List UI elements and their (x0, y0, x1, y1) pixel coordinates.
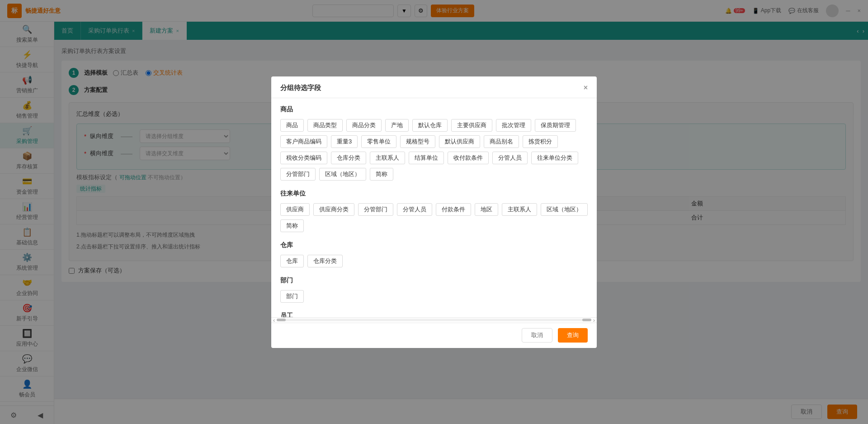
field-tag[interactable]: 税收分类编码 (280, 152, 327, 164)
field-tag[interactable]: 分管人员 (492, 152, 528, 164)
field-tag[interactable]: 付款条件 (436, 203, 471, 216)
field-tag[interactable]: 零售单位 (361, 135, 396, 148)
field-group-partner: 往来单位 供应商 供应商分类 分管部门 分管人员 付款条件 地区 主联系人 区域… (280, 190, 588, 232)
field-tag[interactable]: 往来单位分类 (531, 152, 578, 164)
field-tag[interactable]: 区域（地区） (541, 203, 588, 216)
modal-close-button[interactable]: × (584, 84, 588, 92)
field-tag[interactable]: 产地 (385, 119, 409, 132)
modal-cancel-button[interactable]: 取消 (522, 328, 552, 343)
field-tag[interactable]: 规格型号 (400, 135, 435, 148)
field-group-employee: 员工 业务员 (280, 312, 588, 317)
scroll-thumb-left (277, 319, 286, 321)
modal-title: 分组待选字段 (280, 84, 321, 92)
field-group-warehouse: 仓库 仓库 仓库分类 (280, 241, 588, 267)
field-tag[interactable]: 批次管理 (496, 119, 531, 132)
field-tag[interactable]: 供应商分类 (313, 203, 354, 216)
field-tag[interactable]: 商品分类 (346, 119, 382, 132)
field-tag[interactable]: 拣货积分 (523, 135, 558, 148)
modal-confirm-button[interactable]: 查询 (558, 328, 588, 343)
field-tags-product: 商品 商品类型 商品分类 产地 默认仓库 主要供应商 批次管理 保质期管理 客户… (280, 119, 588, 181)
field-tag[interactable]: 商品别名 (484, 135, 519, 148)
field-tag[interactable]: 主联系人 (370, 152, 405, 164)
field-tag[interactable]: 客户商品编码 (280, 135, 327, 148)
field-tag[interactable]: 默认仓库 (412, 119, 448, 132)
horizontal-scroll-track[interactable] (277, 319, 591, 321)
field-tag[interactable]: 仓库分类 (307, 255, 343, 267)
field-tag[interactable]: 简称 (370, 168, 393, 181)
field-tag[interactable]: 结算单位 (409, 152, 444, 164)
group-title-product: 商品 (280, 105, 588, 114)
field-tag[interactable]: 分管部门 (358, 203, 393, 216)
field-tags-department: 部门 (280, 290, 588, 303)
field-tag[interactable]: 供应商 (280, 203, 310, 216)
field-tags-warehouse: 仓库 仓库分类 (280, 255, 588, 267)
horizontal-scrollbar: ‹ › (271, 317, 597, 323)
field-tag[interactable]: 部门 (280, 290, 304, 303)
group-title-partner: 往来单位 (280, 190, 588, 198)
field-tag[interactable]: 主联系人 (502, 203, 537, 216)
field-tag[interactable]: 地区 (475, 203, 498, 216)
field-tag[interactable]: 主要供应商 (451, 119, 492, 132)
group-title-employee: 员工 (280, 312, 588, 317)
modal-body: 商品 商品 商品类型 商品分类 产地 默认仓库 主要供应商 批次管理 保质期管理… (271, 98, 597, 317)
field-tag[interactable]: 仓库 (280, 255, 304, 267)
modal-footer: 取消 查询 (271, 323, 597, 348)
field-group-department: 部门 部门 (280, 276, 588, 303)
modal-dialog: 分组待选字段 × 商品 商品 商品类型 商品分类 产地 默认仓库 主要供应商 批… (271, 76, 597, 348)
field-tag[interactable]: 默认供应商 (439, 135, 480, 148)
field-tag[interactable]: 仓库分类 (331, 152, 366, 164)
scroll-thumb-right (582, 319, 591, 321)
modal-header: 分组待选字段 × (271, 76, 597, 98)
field-tag[interactable]: 分管人员 (397, 203, 432, 216)
group-title-warehouse: 仓库 (280, 241, 588, 249)
field-tag[interactable]: 重量3 (331, 135, 358, 148)
field-tag[interactable]: 商品 (280, 119, 304, 132)
field-group-product: 商品 商品 商品类型 商品分类 产地 默认仓库 主要供应商 批次管理 保质期管理… (280, 105, 588, 181)
field-tag[interactable]: 保质期管理 (535, 119, 576, 132)
field-tag[interactable]: 收付款条件 (448, 152, 489, 164)
field-tag[interactable]: 商品类型 (307, 119, 343, 132)
field-tag[interactable]: 区域（地区） (319, 168, 366, 181)
field-tag[interactable]: 简称 (280, 219, 304, 232)
modal-overlay[interactable]: 分组待选字段 × 商品 商品 商品类型 商品分类 产地 默认仓库 主要供应商 批… (0, 0, 868, 424)
group-title-department: 部门 (280, 276, 588, 285)
field-tags-partner: 供应商 供应商分类 分管部门 分管人员 付款条件 地区 主联系人 区域（地区） … (280, 203, 588, 232)
field-tag[interactable]: 分管部门 (280, 168, 316, 181)
